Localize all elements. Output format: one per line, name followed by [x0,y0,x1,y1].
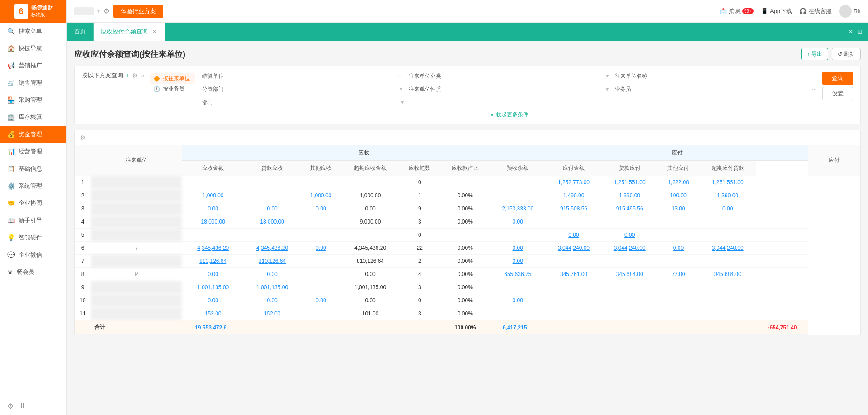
sidebar-collapse-btn[interactable]: ⏸ [19,402,26,410]
sidebar-item-purchase[interactable]: 🏪 采购管理 [0,91,66,109]
td-overdue-ap[interactable]: 0.00 [699,202,756,215]
sidebar-item-hardware[interactable]: 💡 智能硬件 [0,229,66,246]
partner-nature-select[interactable]: ▾ [445,85,611,94]
sidebar-item-finance[interactable]: 💰 资金管理 [0,126,66,143]
td-prepayment[interactable]: 0.00 [490,255,546,268]
td-loan-ar[interactable]: 0.00 [244,294,300,307]
td-loan-ap[interactable]: 1,251,551.00 [602,176,658,189]
department-select[interactable]: ▾ [233,98,406,107]
settlement-unit-input[interactable]: ··· [233,72,404,81]
sidebar-item-basic[interactable]: 📋 基础信息 [0,160,66,177]
td-other-ar [300,281,342,294]
sidebar-item-inventory[interactable]: 🏢 库存核算 [0,109,66,126]
tab-arbalance[interactable]: 应收应付余额查询 ✕ [94,23,165,41]
td-loan-ap[interactable]: 1,390.00 [602,189,658,202]
td-ar-amount[interactable]: 0.00 [182,268,244,281]
td-prepayment[interactable]: 2,153,333.00 [490,202,546,215]
td-loan-ar[interactable]: 1,001,135.00 [244,281,300,294]
filter-add-btn[interactable]: + [126,72,129,79]
td-ar-amount[interactable]: 0.00 [182,202,244,215]
settings-btn[interactable]: 设置 [822,87,853,100]
query-by-salesperson[interactable]: 🕐 按业务员 [150,84,195,94]
td-ar-amount[interactable]: 4,345,436.20 [182,242,244,255]
refresh-btn[interactable]: ↺ 刷新 [832,48,861,60]
sidebar-item-operation[interactable]: 📊 经营管理 [0,143,66,160]
td-partner [91,255,182,268]
td-overdue-ap[interactable]: 345,684.00 [699,268,756,281]
app-download-btn[interactable]: 📱 App下载 [761,7,792,15]
sidebar-item-sales[interactable]: 🛒 销售管理 [0,74,66,91]
td-ar-amount[interactable]: 1,000.00 [182,189,244,202]
td-ap-amount[interactable]: 3,044,240.00 [546,242,602,255]
query-btn[interactable]: 查询 [822,72,853,85]
td-ap-amount[interactable]: 1,252,773.00 [546,176,602,189]
td-loan-ap[interactable]: 345,684.00 [602,268,658,281]
td-loan-ar[interactable]: 4,345,436.20 [244,242,300,255]
sidebar-item-system[interactable]: ⚙️ 系统管理 [0,177,66,195]
filter-partner-nature: 往来单位性质 ▾ [409,85,611,94]
td-other-ar[interactable]: 0.00 [300,294,342,307]
query-by-partner[interactable]: 🔶 按往来单位 [150,73,195,84]
online-service-btn[interactable]: 🎧 在线客服 [799,7,832,15]
td-loan-ar[interactable]: 18,000.00 [244,215,300,229]
td-other-ap[interactable]: 13.00 [658,202,699,215]
td-ar-amount[interactable]: 810,126.64 [182,255,244,268]
user-area[interactable]: Rit [839,5,861,18]
td-loan-ap[interactable]: 0.00 [602,229,658,242]
table-settings-icon[interactable]: ⚙ [80,134,86,141]
td-ar-amount[interactable]: 18,000.00 [182,215,244,229]
sidebar-item-wechat[interactable]: 💬 企业微信 [0,246,66,263]
td-other-ar [300,268,342,281]
td-other-ap[interactable]: 100.00 [658,189,699,202]
td-other-ap[interactable]: 0.00 [658,242,699,255]
partner-category-select[interactable]: ▾ [445,72,611,81]
td-loan-ar[interactable]: 810,126.64 [244,255,300,268]
td-prepayment[interactable]: 0.00 [490,215,546,229]
td-ap-amount[interactable]: 1,490.00 [546,189,602,202]
td-loan-ap[interactable]: 915,495.56 [602,202,658,215]
td-overdue-ap[interactable]: 1,390.00 [699,189,756,202]
tab-home[interactable]: 首页 [67,23,94,41]
td-other-ar[interactable]: 0.00 [300,242,342,255]
sidebar-settings-btn[interactable]: ⚙ [7,402,14,410]
td-loan-ar[interactable]: 0.00 [244,202,300,215]
td-ar-amount[interactable]: 0.00 [182,294,244,307]
td-prepayment[interactable]: 655,636.75 [490,268,546,281]
tab-close-window-btn[interactable]: ✕ [848,28,854,35]
salesperson-input[interactable]: ··· [646,85,817,94]
sidebar-item-corp[interactable]: 🤝 企业协同 [0,195,66,212]
tab-maximize-btn[interactable]: ⊡ [857,28,863,35]
export-btn[interactable]: ↑ 导出 [801,48,828,60]
partner-name-input[interactable] [651,72,817,81]
td-ap-amount[interactable]: 0.00 [546,229,602,242]
dept-select[interactable]: ▾ [233,85,404,94]
sidebar-item-search[interactable]: 🔍 搜索菜单 [0,23,66,40]
td-ap-amount[interactable]: 915,508.56 [546,202,602,215]
td-loan-ar[interactable]: 0.00 [244,268,300,281]
notification-btn[interactable]: 📩 消息 99+ [720,7,754,15]
td-ar-amount[interactable]: 1,001,135.00 [182,281,244,294]
sidebar-item-marketing[interactable]: 📢 营销推广 [0,57,66,74]
td-other-ap[interactable]: 1,222.00 [658,176,699,189]
td-other-ar[interactable]: 0.00 [300,202,342,215]
td-loan-ap[interactable]: 3,044,240.00 [602,242,658,255]
sidebar-item-quicknav[interactable]: 🏠 快捷导航 [0,40,66,57]
td-loan-ar[interactable]: 152.00 [244,307,300,320]
td-overdue-ap[interactable]: 3,044,240.00 [699,242,756,255]
industry-solution-btn[interactable]: 体验行业方案 [113,5,163,18]
td-ap-amount[interactable]: 345,761.00 [546,268,602,281]
filter-settings-btn[interactable]: ⚙ [132,72,138,79]
tab-close-icon[interactable]: ✕ [152,29,157,35]
filter-collapse-btn[interactable]: « [141,72,144,79]
td-other-ap[interactable]: 77.00 [658,268,699,281]
sidebar-item-member[interactable]: ♛ 畅会员 [0,263,66,281]
sidebar-item-guide[interactable]: 📖 新手引导 [0,212,66,229]
header-settings-icon[interactable]: ⚙ [104,7,110,15]
td-overdue-ap[interactable]: 1,251,551.00 [699,176,756,189]
td-prepayment[interactable]: 0.00 [490,294,546,307]
td-prepayment[interactable]: 0.00 [490,242,546,255]
td-ar-amount[interactable]: 152.00 [182,307,244,320]
td-other-ar[interactable]: 1,000.00 [300,189,342,202]
collapse-btn[interactable]: ∧ 收起更多条件 [490,111,528,119]
td-no: 6 [75,242,91,255]
